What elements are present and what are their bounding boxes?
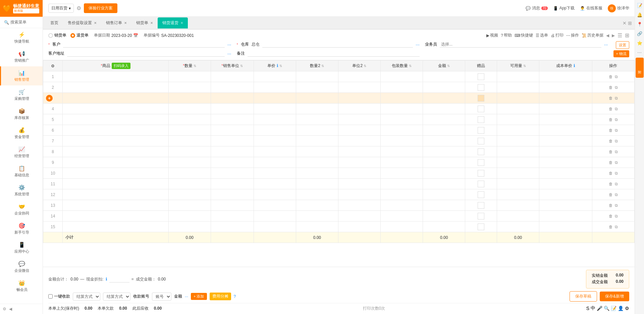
- row-1-gift-check[interactable]: [478, 73, 484, 80]
- row-2-pack[interactable]: [381, 82, 423, 93]
- right-panel-star[interactable]: ⭐: [636, 39, 644, 47]
- col-pack-sort[interactable]: ⇅: [409, 64, 412, 68]
- row-3-gift-check[interactable]: [478, 95, 484, 102]
- action-video[interactable]: ▶ 视频: [486, 33, 498, 38]
- sidebar-item-marketing[interactable]: 📢 营销推广: [0, 47, 43, 66]
- sidebar-search[interactable]: 🔍 搜索菜单: [0, 17, 43, 28]
- row-4-gift-check[interactable]: [478, 106, 484, 112]
- row-7-delete[interactable]: 🗑: [609, 139, 613, 143]
- action-history[interactable]: 📜 历史单据: [582, 33, 603, 38]
- row-3-qty2[interactable]: [296, 93, 338, 104]
- sidebar-item-system[interactable]: ⚙️ 系统管理: [0, 181, 43, 200]
- tab-price-setup[interactable]: 售价提取设置 ✕: [63, 17, 101, 28]
- one-key-payment-checkbox[interactable]: [48, 294, 53, 299]
- col-unit2-sort[interactable]: ⇅: [364, 64, 366, 68]
- topbar-gear-icon[interactable]: ⚙: [76, 5, 81, 11]
- col-qty2-sort[interactable]: ⇅: [321, 64, 324, 68]
- row-12-gift-check[interactable]: [478, 191, 484, 198]
- row-2-gift-check[interactable]: [478, 84, 484, 91]
- row-4-delete[interactable]: 🗑: [609, 107, 613, 111]
- row-14-copy[interactable]: ⧉: [615, 214, 618, 218]
- tab-menu[interactable]: ⊞: [628, 20, 632, 26]
- row-3-unit2[interactable]: [338, 93, 380, 104]
- row-1-qty[interactable]: [168, 71, 211, 82]
- tab-sales-order[interactable]: 销售订单 ✕: [101, 17, 131, 28]
- row-1-copy-icon[interactable]: ⧉: [615, 74, 618, 79]
- row-3-product[interactable]: [63, 93, 168, 104]
- row-3-price[interactable]: [254, 93, 296, 104]
- row-2-amount[interactable]: [423, 82, 465, 93]
- tab-sales-delivery-close[interactable]: ✕: [150, 21, 153, 25]
- action-operation[interactable]: ⋯ 操作: [566, 33, 579, 38]
- prev-doc-icon[interactable]: ◀: [606, 33, 609, 38]
- settings-btn[interactable]: 设置: [616, 41, 629, 49]
- row-2-unit[interactable]: [211, 82, 254, 93]
- salesperson-picker-icon[interactable]: ···: [604, 42, 608, 47]
- action-select[interactable]: ☰ 选单: [536, 33, 548, 38]
- col-unit-sort[interactable]: ⇅: [240, 64, 243, 68]
- col-qty-sort[interactable]: ⇅: [194, 64, 196, 68]
- row-2-copy-icon[interactable]: ⧉: [615, 85, 618, 90]
- row-9-delete[interactable]: 🗑: [609, 160, 613, 165]
- row-15-delete[interactable]: 🗑: [609, 225, 613, 229]
- row-3-amount[interactable]: [423, 93, 465, 104]
- right-panel-more[interactable]: ⋯: [636, 48, 644, 56]
- sidebar-item-operation[interactable]: 📈 经营管理: [0, 143, 43, 162]
- tab-sales-order-close[interactable]: ✕: [124, 21, 127, 25]
- col-settings[interactable]: ⚙: [43, 61, 63, 71]
- one-key-payment-check[interactable]: 一键收款: [48, 294, 70, 299]
- account-select[interactable]: 账号: [152, 293, 171, 301]
- row-15-copy[interactable]: ⧉: [615, 225, 618, 229]
- row-6-gift-check[interactable]: [478, 127, 484, 134]
- row-11-copy[interactable]: ⧉: [615, 182, 618, 186]
- row-3-pack[interactable]: [381, 93, 423, 104]
- row-3-available[interactable]: [497, 93, 539, 104]
- salesperson-input[interactable]: [440, 41, 601, 48]
- category-select[interactable]: 日用百货 ▾: [48, 4, 74, 13]
- discount-input[interactable]: [109, 276, 129, 282]
- row-3-product-input[interactable]: [65, 96, 165, 101]
- row-13-copy[interactable]: ⧉: [615, 203, 618, 208]
- row-5-gift-check[interactable]: [478, 116, 484, 123]
- row-1-price[interactable]: [254, 71, 296, 82]
- row-2-price[interactable]: [254, 82, 296, 93]
- sidebar-item-purchase[interactable]: 🛒 采购管理: [0, 85, 43, 105]
- view-list-icon[interactable]: ☰: [618, 32, 622, 39]
- row-12-delete[interactable]: 🗑: [609, 192, 613, 197]
- row-6-delete[interactable]: 🗑: [609, 128, 613, 133]
- radio-sale[interactable]: 销货单: [48, 33, 66, 38]
- app-download-btn[interactable]: 📱 App下载: [553, 5, 575, 11]
- sidebar-item-sales[interactable]: 📊 销售管理: [0, 66, 43, 85]
- row-2-qty[interactable]: [168, 82, 211, 93]
- action-help[interactable]: ? 帮助: [501, 33, 512, 38]
- row-14-gift-check[interactable]: [478, 213, 484, 219]
- row-3-qty[interactable]: [168, 93, 211, 104]
- add-payment-btn[interactable]: + 添加: [191, 293, 207, 300]
- warehouse-input[interactable]: [262, 41, 413, 48]
- next-doc-icon[interactable]: ▶: [612, 33, 615, 38]
- action-shortcut[interactable]: ⌨ 快捷键: [515, 33, 533, 38]
- right-panel-bell[interactable]: 🔔: [636, 11, 644, 19]
- remark-input[interactable]: [248, 50, 420, 57]
- row-2-delete-icon[interactable]: 🗑: [609, 85, 613, 90]
- row-2-product[interactable]: [63, 82, 168, 93]
- row-9-copy[interactable]: ⧉: [615, 160, 618, 165]
- account-dots[interactable]: ···: [185, 294, 188, 299]
- row-1-delete-icon[interactable]: 🗑: [609, 74, 613, 79]
- row-3-delete-icon[interactable]: 🗑: [609, 96, 613, 101]
- scan-enter-btn[interactable]: 扫码录入: [112, 63, 130, 69]
- row-4-copy[interactable]: ⧉: [615, 107, 618, 111]
- row-7-copy[interactable]: ⧉: [615, 139, 618, 143]
- row-10-copy[interactable]: ⧉: [615, 171, 618, 176]
- logistics-btn[interactable]: + 物流: [613, 50, 629, 57]
- row-1-product[interactable]: [63, 71, 168, 82]
- row-5-delete[interactable]: 🗑: [609, 117, 613, 122]
- sidebar-item-apps[interactable]: 📱 应用中心: [0, 238, 43, 257]
- tab-sales-return-close[interactable]: ✕: [180, 21, 183, 25]
- right-panel-notes[interactable]: 📝: [636, 1, 644, 9]
- row-15-gift-check[interactable]: [478, 224, 484, 230]
- row-11-gift-check[interactable]: [478, 181, 484, 187]
- row-11-delete[interactable]: 🗑: [609, 182, 613, 186]
- sidebar-gear-icon[interactable]: ⚙: [3, 307, 6, 311]
- right-panel-map[interactable]: 📍: [636, 20, 644, 28]
